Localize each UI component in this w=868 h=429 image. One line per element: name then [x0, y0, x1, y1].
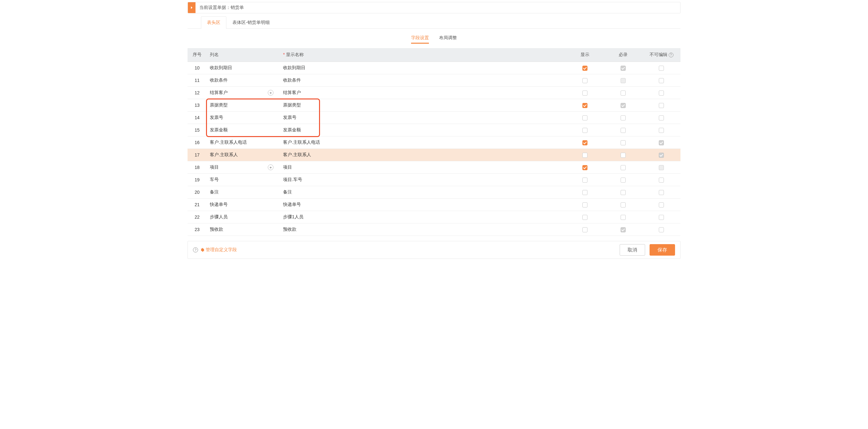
checkbox-required[interactable] — [621, 177, 626, 182]
checkbox-required[interactable] — [621, 115, 626, 120]
cell-seq: 20 — [188, 186, 207, 199]
cell-display-name[interactable]: 收款到期日 — [280, 62, 566, 74]
cell-display-name[interactable]: 发票号 — [280, 112, 566, 124]
cell-name: 快递单号 — [207, 199, 280, 211]
cell-readonly — [642, 99, 680, 112]
subtab-0[interactable]: 字段设置 — [411, 33, 429, 44]
cell-readonly — [642, 87, 680, 99]
cell-required — [604, 149, 642, 161]
checkbox-required[interactable] — [621, 153, 626, 158]
checkbox-show[interactable] — [582, 215, 587, 220]
table-row: 17客户.主联系人客户.主联系人 — [188, 149, 680, 161]
cell-required — [604, 74, 642, 87]
cell-display-name[interactable]: 项目.车号 — [280, 174, 566, 186]
checkbox-required[interactable] — [621, 90, 626, 96]
cell-display-name[interactable]: 备注 — [280, 186, 566, 199]
checkbox-readonly[interactable] — [659, 202, 664, 207]
row-name-label: 客户.主联系人 — [210, 152, 238, 158]
cell-display-name[interactable]: 发票金额 — [280, 124, 566, 136]
cell-seq: 21 — [188, 199, 207, 211]
checkbox-show[interactable] — [582, 103, 587, 108]
expand-panel-button[interactable] — [188, 2, 195, 13]
cell-show — [566, 74, 604, 87]
checkbox-show[interactable] — [582, 140, 587, 145]
checkbox-readonly[interactable] — [659, 128, 664, 133]
subtab-1[interactable]: 布局调整 — [439, 33, 457, 44]
cell-display-name[interactable]: 步骤1人员 — [280, 211, 566, 223]
checkbox-readonly[interactable] — [659, 66, 664, 71]
help-icon[interactable]: ? — [669, 53, 674, 57]
cell-display-name[interactable]: 项目 — [280, 161, 566, 174]
checkbox-show[interactable] — [582, 66, 587, 71]
checkbox-readonly[interactable] — [659, 103, 664, 108]
cell-display-name[interactable]: 票据类型 — [280, 99, 566, 112]
checkbox-show[interactable] — [582, 115, 587, 120]
checkbox-show[interactable] — [582, 190, 587, 195]
checkbox-readonly[interactable] — [659, 78, 664, 83]
add-child-button[interactable]: + — [268, 90, 274, 96]
checkbox-readonly[interactable] — [659, 190, 664, 195]
checkbox-required[interactable] — [621, 140, 626, 145]
col-display-header: *显示名称 — [280, 48, 566, 62]
cell-required — [604, 124, 642, 136]
cell-display-name[interactable]: 结算客户 — [280, 87, 566, 99]
cell-show — [566, 136, 604, 149]
checkbox-readonly[interactable] — [659, 177, 664, 182]
cell-name: 结算客户+ — [207, 87, 280, 99]
cell-name: 客户.主联系人电话 — [207, 136, 280, 149]
footer-bar: ? 管理自定义字段 取消 保存 — [188, 241, 680, 259]
checkbox-required[interactable] — [621, 202, 626, 207]
cell-name: 车号 — [207, 174, 280, 186]
manage-custom-fields-link[interactable]: 管理自定义字段 — [200, 247, 237, 253]
checkbox-required — [621, 227, 626, 232]
table-row: 18项目+项目 — [188, 161, 680, 174]
cell-name: 预收款 — [207, 223, 280, 236]
tab-0[interactable]: 表头区 — [201, 16, 226, 29]
checkbox-required — [621, 103, 626, 108]
checkbox-readonly[interactable] — [659, 215, 664, 220]
checkbox-show[interactable] — [582, 202, 587, 207]
checkbox-required[interactable] — [621, 215, 626, 220]
gear-icon — [200, 248, 205, 252]
cell-readonly — [642, 174, 680, 186]
checkbox-readonly[interactable] — [659, 90, 664, 96]
cell-display-name[interactable]: 收款条件 — [280, 74, 566, 87]
checkbox-required[interactable] — [621, 128, 626, 133]
checkbox-readonly[interactable] — [659, 115, 664, 120]
cell-show — [566, 124, 604, 136]
checkbox-readonly — [659, 153, 664, 158]
cell-seq: 17 — [188, 149, 207, 161]
cell-readonly — [642, 74, 680, 87]
save-button[interactable]: 保存 — [650, 244, 675, 256]
checkbox-show[interactable] — [582, 227, 587, 232]
cell-name: 收款到期日 — [207, 62, 280, 74]
checkbox-show[interactable] — [582, 128, 587, 133]
checkbox-required[interactable] — [621, 165, 626, 170]
cell-display-name[interactable]: 快递单号 — [280, 199, 566, 211]
checkbox-required[interactable] — [621, 190, 626, 195]
checkbox-show[interactable] — [582, 90, 587, 96]
row-name-label: 收款条件 — [210, 78, 228, 83]
cell-readonly — [642, 149, 680, 161]
row-name-label: 车号 — [210, 177, 219, 182]
cell-readonly — [642, 199, 680, 211]
cell-seq: 13 — [188, 99, 207, 112]
checkbox-readonly[interactable] — [659, 227, 664, 232]
cancel-button[interactable]: 取消 — [620, 244, 645, 256]
cell-display-name[interactable]: 客户.主联系人电话 — [280, 136, 566, 149]
cell-display-name[interactable]: 预收款 — [280, 223, 566, 236]
cell-show — [566, 161, 604, 174]
checkbox-show[interactable] — [582, 153, 587, 158]
table-row: 10收款到期日收款到期日 — [188, 62, 680, 74]
table-row: 21快递单号快递单号 — [188, 199, 680, 211]
checkbox-show[interactable] — [582, 78, 587, 83]
checkbox-show[interactable] — [582, 177, 587, 182]
cell-seq: 19 — [188, 174, 207, 186]
checkbox-show[interactable] — [582, 165, 587, 170]
help-icon[interactable]: ? — [193, 247, 198, 252]
cell-display-name[interactable]: 客户.主联系人 — [280, 149, 566, 161]
add-child-button[interactable]: + — [268, 165, 274, 170]
cell-show — [566, 211, 604, 223]
cell-name: 收款条件 — [207, 74, 280, 87]
tab-1[interactable]: 表体区-销货单明细 — [226, 16, 276, 29]
